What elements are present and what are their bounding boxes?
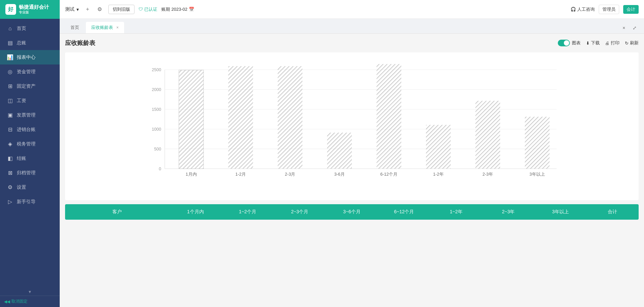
download-icon: ⬇	[586, 41, 590, 46]
consultation-label: 人工咨询	[577, 6, 595, 12]
col-1m: 1个月内	[169, 204, 221, 220]
period-value: 2023-02	[171, 7, 187, 12]
sidebar-item-label: 工资	[17, 98, 26, 104]
settings-button[interactable]: ⚙	[95, 5, 104, 14]
tab-corner-buttons: × ⤢	[620, 24, 639, 33]
tab-home-label: 首页	[70, 25, 79, 30]
svg-text:3-6月: 3-6月	[334, 172, 345, 177]
sidebar-item-label: 总账	[17, 40, 26, 46]
sidebar-item-tax[interactable]: ◈ 税务管理	[0, 137, 60, 151]
sidebar-item-archive[interactable]: ⊠ 归档管理	[0, 166, 60, 180]
toggle-switch[interactable]	[558, 40, 570, 46]
content-area: 应收账龄表 图表 ⬇ 下载 🖨 打印 ↻ 刷新	[60, 34, 644, 307]
tax-icon: ◈	[7, 141, 13, 147]
refresh-button[interactable]: ↻ 刷新	[625, 40, 639, 46]
user-button[interactable]: 管理员	[599, 5, 619, 14]
certified-label: 已认证	[144, 6, 157, 12]
period-info: 账期 2023-02 📅	[161, 6, 194, 12]
sidebar-item-home[interactable]: ⌂ 首页	[0, 21, 60, 36]
svg-text:2-3年: 2-3年	[483, 172, 493, 177]
bar-chart: 0 500 1000 1500 2000 2500	[72, 59, 632, 193]
col-1-2y: 1~2年	[430, 204, 482, 220]
sidebar-item-settings[interactable]: ⚙ 设置	[0, 180, 60, 194]
svg-text:2000: 2000	[152, 87, 161, 92]
sidebar-item-payroll[interactable]: ◫ 工资	[0, 93, 60, 108]
col-2-3m: 2~3个月	[274, 204, 326, 220]
add-button[interactable]: ＋	[83, 5, 92, 14]
svg-rect-20	[475, 101, 500, 169]
page-title: 应收账龄表	[65, 39, 95, 47]
pin-icon: ◀◀	[4, 299, 10, 304]
svg-rect-18	[377, 64, 401, 169]
svg-text:1-2年: 1-2年	[433, 172, 443, 177]
svg-rect-15	[228, 66, 253, 169]
sidebar-item-reports[interactable]: 📊 报表中心	[0, 50, 60, 64]
project-selector[interactable]: 测试 ▾	[65, 6, 79, 12]
svg-text:0: 0	[159, 167, 161, 171]
print-label: 打印	[611, 40, 620, 46]
role-button[interactable]: 会计	[623, 5, 639, 14]
inventory-icon: ⊟	[7, 126, 13, 133]
download-button[interactable]: ⬇ 下载	[586, 40, 600, 46]
app-logo: 好 畅捷通好会计 专业版	[0, 0, 60, 19]
topbar: 测试 ▾ ＋ ⚙ 切到旧版 🛡 已认证 账期 2023-02 📅 🎧 人工咨询 …	[60, 0, 644, 19]
sidebar-item-funds[interactable]: ◎ 资金管理	[0, 64, 60, 79]
refresh-label: 刷新	[630, 40, 639, 46]
svg-text:3年以上: 3年以上	[530, 172, 545, 177]
logo-icon: 好	[5, 4, 16, 15]
svg-text:6-12个月: 6-12个月	[380, 172, 397, 177]
table-header: 客户 1个月内 1~2个月 2~3个月 3~6个月 6~12个月 1~2年 2~…	[65, 204, 639, 220]
expand-button[interactable]: ⤢	[631, 24, 639, 32]
sidebar-item-label: 发票管理	[17, 112, 36, 118]
svg-text:500: 500	[154, 147, 161, 151]
switch-version-button[interactable]: 切到旧版	[108, 5, 135, 14]
invoice-icon: ▣	[7, 112, 13, 118]
refresh-icon: ↻	[625, 41, 629, 46]
close-accounts-icon: ◧	[7, 155, 13, 162]
calendar-icon: 📅	[189, 7, 194, 12]
scroll-down-indicator: ▼	[0, 288, 60, 296]
sidebar-item-label: 资金管理	[17, 69, 36, 75]
consultation-button[interactable]: 🎧 人工咨询	[571, 6, 595, 12]
svg-text:1-2月: 1-2月	[235, 172, 246, 177]
tab-home[interactable]: 首页	[65, 22, 85, 33]
col-2-3y: 2~3年	[482, 204, 534, 220]
tab-close-icon[interactable]: ×	[116, 25, 119, 30]
sidebar-item-assets[interactable]: ⊞ 固定资产	[0, 79, 60, 93]
home-icon: ⌂	[7, 26, 13, 32]
sidebar-item-invoice[interactable]: ▣ 发票管理	[0, 108, 60, 122]
chart-toggle[interactable]: 图表	[558, 40, 581, 46]
tab-aging-label: 应收账龄表	[91, 25, 113, 30]
sidebar-item-label: 归档管理	[17, 170, 36, 176]
payroll-icon: ◫	[7, 97, 13, 104]
col-3-6m: 3~6个月	[326, 204, 378, 220]
topbar-actions: ＋ ⚙	[83, 5, 104, 14]
sidebar-item-inventory[interactable]: ⊟ 进销台账	[0, 122, 60, 137]
funds-icon: ◎	[7, 69, 13, 75]
col-total: 合计	[587, 204, 639, 220]
period-label: 账期	[161, 6, 170, 12]
archive-icon: ⊠	[7, 170, 13, 176]
cancel-fixed-label: 取消固定	[11, 299, 28, 304]
app-edition: 专业版	[19, 10, 49, 15]
chevron-down-icon: ▾	[76, 7, 79, 12]
sidebar-item-label: 设置	[17, 184, 26, 190]
close-panel-button[interactable]: ×	[620, 24, 628, 32]
sidebar-item-guide[interactable]: ▷ 新手引导	[0, 194, 60, 209]
sidebar-item-ledger[interactable]: ▤ 总账	[0, 36, 60, 50]
sidebar-item-label: 首页	[17, 26, 26, 32]
sidebar-item-label: 结账	[17, 156, 26, 162]
svg-text:2500: 2500	[152, 68, 161, 72]
download-label: 下载	[591, 40, 600, 46]
sidebar-item-label: 报表中心	[17, 54, 36, 60]
tab-aging[interactable]: 应收账龄表 ×	[86, 22, 124, 33]
chart-section: 0 500 1000 1500 2000 2500	[65, 52, 639, 200]
guide-icon: ▷	[7, 199, 13, 205]
cancel-fixed-button[interactable]: ◀◀ 取消固定	[0, 296, 60, 307]
svg-rect-17	[327, 133, 352, 169]
reports-icon: 📊	[7, 54, 13, 60]
sidebar-item-close[interactable]: ◧ 结账	[0, 151, 60, 166]
print-button[interactable]: 🖨 打印	[605, 40, 620, 46]
chart-toggle-label: 图表	[572, 40, 581, 46]
col-3y-plus: 3年以上	[534, 204, 586, 220]
